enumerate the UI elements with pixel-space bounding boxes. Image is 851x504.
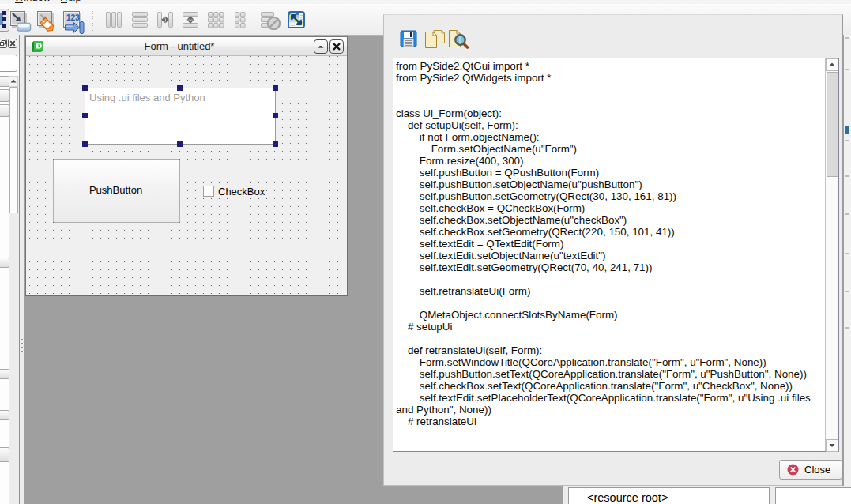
svg-text:123: 123	[66, 13, 80, 22]
